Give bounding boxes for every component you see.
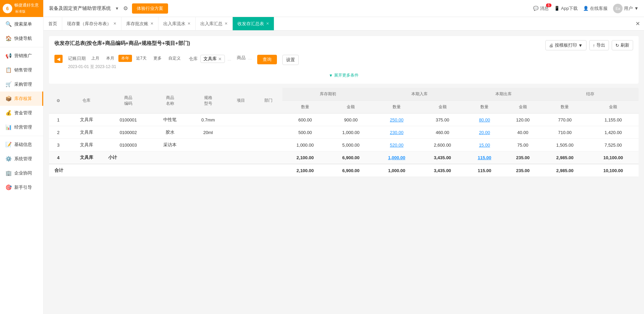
- settings-button[interactable]: 设置: [282, 55, 299, 65]
- cell-code: 0100003: [105, 139, 151, 151]
- sidebar-item-inventory[interactable]: 📦 库存核算: [0, 92, 43, 106]
- sidebar-item-marketing[interactable]: 📢 营销推广: [0, 49, 43, 63]
- sidebar: 6 畅捷通好生意 标准版 🔍 搜索菜单 🏠 快捷导航 📢 营销推广 📋 销售管理…: [0, 0, 44, 314]
- date-btn-this-year[interactable]: 本年: [118, 55, 132, 62]
- trial-button[interactable]: 体验行业方案: [132, 3, 168, 14]
- th-bal-qty: 数量: [542, 101, 588, 114]
- expand-label: 展开更多条件: [334, 72, 359, 78]
- cell-in-qty[interactable]: 520.00: [374, 139, 420, 151]
- cell-out-amt: 120.00: [503, 114, 542, 126]
- settings-gear-icon[interactable]: ⚙: [123, 5, 128, 12]
- cell-warehouse: 文具库: [68, 114, 105, 126]
- expand-conditions-btn[interactable]: ▼ 展开更多条件: [329, 72, 359, 78]
- sidebar-item-operations[interactable]: 📊 经营管理: [0, 120, 43, 134]
- warehouse-tag-close-icon[interactable]: ✕: [218, 56, 222, 62]
- th-in-qty: 数量: [374, 101, 420, 114]
- refresh-icon: ↻: [615, 43, 619, 48]
- close-all-tabs-btn[interactable]: ✕: [631, 20, 644, 27]
- cell-project: [227, 126, 255, 139]
- date-buttons: 上月 本月 本年 近7天 更多 自定义: [88, 55, 183, 62]
- filter-expand-toggle[interactable]: ◀: [54, 55, 63, 63]
- date-btn-more[interactable]: 更多: [151, 55, 164, 62]
- tab-recv-send-close[interactable]: ✕: [266, 21, 269, 26]
- cell-in-qty[interactable]: 250.00: [374, 114, 420, 126]
- content-area: 收发存汇总表(按仓库+商品编码+商品+规格型号+项目+部门) 🖨 按模板打印 ▼…: [44, 31, 644, 314]
- th-op-qty: 数量: [282, 101, 328, 114]
- total-in-qty: 1,000.00: [374, 164, 420, 177]
- app-download-btn[interactable]: 📱 App下载: [554, 5, 578, 12]
- query-button[interactable]: 查询: [257, 55, 277, 64]
- cell-in-qty[interactable]: 230.00: [374, 126, 420, 139]
- messages-badge: 6: [546, 3, 551, 7]
- user-menu[interactable]: Ea 用户 ▼: [613, 4, 639, 13]
- sidebar-item-search[interactable]: 🔍 搜索菜单: [0, 17, 43, 31]
- app-label: App下载: [561, 5, 578, 12]
- print-button[interactable]: 🖨 按模板打印 ▼: [545, 40, 587, 50]
- tab-stock-dist-close[interactable]: ✕: [113, 21, 116, 26]
- tab-home[interactable]: 首页: [44, 17, 62, 31]
- sidebar-item-quicknav[interactable]: 🏠 快捷导航: [0, 31, 43, 46]
- cell-out-qty[interactable]: 80.00: [465, 114, 504, 126]
- subtotal-label: 小计: [105, 151, 282, 164]
- basicinfo-icon: 📝: [5, 142, 12, 148]
- cell-out-qty[interactable]: 15.00: [465, 139, 504, 151]
- sidebar-item-finance[interactable]: 💰 资金管理: [0, 106, 43, 120]
- sidebar-item-label: 系统管理: [14, 156, 32, 162]
- date-btn-last-month[interactable]: 上月: [88, 55, 102, 62]
- sidebar-item-enterprise[interactable]: 🏢 企业协同: [0, 166, 43, 180]
- cell-spec: [189, 139, 227, 151]
- tab-batch[interactable]: 库存批次账 ✕: [121, 17, 159, 31]
- tab-flow-close[interactable]: ✕: [187, 21, 191, 26]
- page-title: 收发存汇总表(按仓库+商品编码+商品+规格型号+项目+部门): [54, 40, 190, 47]
- export-button[interactable]: ↑ 导出: [589, 40, 609, 50]
- online-service-btn[interactable]: 👤 在线客服: [583, 5, 608, 12]
- sidebar-item-newguide[interactable]: 🎯 新手引导: [0, 180, 43, 195]
- marketing-icon: 📢: [5, 53, 12, 59]
- filter-collapse-btn[interactable]: ◀: [54, 55, 63, 63]
- total-row: 合计 2,100.00 6,900.00 1,000.00 3,435.00 1…: [49, 164, 639, 177]
- warehouse-more-btn[interactable]: ...: [228, 56, 231, 62]
- total-in-amt: 3,435.00: [419, 164, 465, 177]
- cell-in-amt: 2,600.00: [419, 139, 465, 151]
- system-name: 装备及固定资产辅助管理系统: [49, 5, 111, 12]
- finance-icon: 💰: [5, 110, 12, 116]
- total-out-qty: 115.00: [465, 164, 504, 177]
- cell-dept: [255, 114, 282, 126]
- tab-flow[interactable]: 出入库流水 ✕: [159, 17, 196, 31]
- date-btn-7days[interactable]: 近7天: [133, 55, 149, 62]
- th-settings[interactable]: ⚙: [49, 88, 68, 114]
- commodity-more-btn[interactable]: ...: [248, 55, 252, 61]
- system-dropdown-arrow[interactable]: ▼: [115, 6, 119, 11]
- user-label: 用户: [624, 5, 633, 12]
- sidebar-item-sales[interactable]: 📋 销售管理: [0, 63, 43, 77]
- cell-out-qty[interactable]: 20.00: [465, 126, 504, 139]
- sidebar-item-basicinfo[interactable]: 📝 基础信息: [0, 137, 43, 152]
- sidebar-item-sysconfig[interactable]: ⚙️ 系统管理: [0, 152, 43, 166]
- tab-summary-close[interactable]: ✕: [225, 21, 228, 26]
- tab-stock-dist[interactable]: 现存量（库存分布表） ✕: [62, 17, 121, 31]
- divider1: [0, 47, 43, 47]
- tab-summary[interactable]: 出入库汇总 ✕: [196, 17, 233, 31]
- messages-btn[interactable]: 💬 消息 6: [533, 5, 549, 12]
- subtotal-in-qty: 1,000.00: [374, 151, 420, 164]
- date-btn-this-month[interactable]: 本月: [103, 55, 117, 62]
- cell-op-amt: 1,000.00: [328, 126, 374, 139]
- th-out-amt: 金额: [503, 101, 542, 114]
- cell-spec: 20ml: [189, 126, 227, 139]
- subtotal-row: 4 文具库 小计 2,100.00 6,900.00 1,000.00 3,43…: [49, 151, 639, 164]
- data-table: ⚙ 仓库 商品编码 商品名称 规格型号 项目 部门 库存期初 本期入库 本期出库…: [49, 88, 639, 177]
- sidebar-item-purchase[interactable]: 🛒 采购管理: [0, 77, 43, 92]
- sidebar-item-label: 新手引导: [14, 184, 32, 191]
- tab-recv-send[interactable]: 收发存汇总表 ✕: [233, 17, 274, 31]
- th-in-amt: 金额: [419, 101, 465, 114]
- table-row: 3 文具库 0100003 采访本 1,000.00 5,000.00 520.…: [49, 139, 639, 151]
- table-row: 2 文具库 0100002 胶水 20ml 500.00 1,000.00 23…: [49, 126, 639, 139]
- data-table-wrapper: ⚙ 仓库 商品编码 商品名称 规格型号 项目 部门 库存期初 本期入库 本期出库…: [49, 88, 639, 177]
- refresh-button[interactable]: ↻ 刷新: [612, 40, 633, 50]
- sidebar-item-label: 营销推广: [14, 53, 32, 59]
- sidebar-item-label: 经营管理: [14, 124, 32, 130]
- logo-text: 畅捷通好生意: [14, 3, 39, 8]
- date-btn-custom[interactable]: 自定义: [166, 55, 183, 62]
- tab-batch-close[interactable]: ✕: [150, 21, 153, 26]
- warehouse-tag[interactable]: 文具库 ✕: [200, 55, 225, 63]
